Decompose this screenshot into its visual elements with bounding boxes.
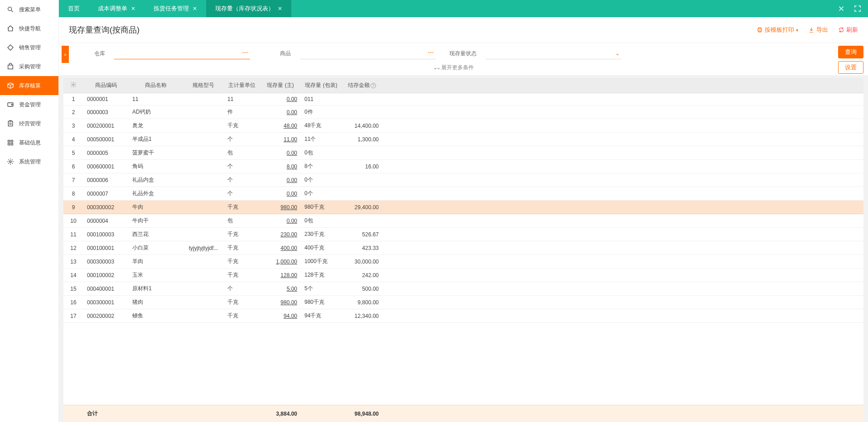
bag-icon bbox=[6, 62, 14, 71]
cell-spec bbox=[183, 214, 224, 228]
cell-amt: 500.00 bbox=[342, 282, 382, 296]
table-row[interactable]: 9000300002牛肉千克980.00980千克29,400.00 bbox=[63, 201, 863, 214]
close-icon[interactable]: ✕ bbox=[278, 5, 282, 12]
query-button[interactable]: 查询 bbox=[838, 46, 863, 58]
sidebar-item-5[interactable]: 资金管理 bbox=[0, 95, 58, 114]
cell-qty[interactable]: 980.00 bbox=[260, 296, 301, 309]
cell-qty[interactable]: 230.00 bbox=[260, 228, 301, 241]
sidebar-item-7[interactable]: 基础信息 bbox=[0, 133, 58, 152]
cell-qty[interactable]: 0.00 bbox=[260, 146, 301, 160]
header-qty[interactable]: 现存量 (主) bbox=[260, 78, 301, 93]
table-row[interactable]: 16000300001猪肉千克980.00980千克9,800.00 bbox=[63, 296, 863, 309]
tab-label: 首页 bbox=[68, 5, 80, 13]
header-unit[interactable]: 主计量单位 bbox=[224, 78, 260, 93]
print-template-action[interactable]: 按模板打印 ▾ bbox=[757, 26, 798, 34]
expand-filters-button[interactable]: ⌄⌄ 展开更多条件 bbox=[69, 61, 838, 75]
cell-qty[interactable]: 48.00 bbox=[260, 119, 301, 133]
cell-amt: 9,800.00 bbox=[342, 296, 382, 309]
product-input[interactable]: ··· bbox=[300, 48, 436, 59]
sidebar-item-1[interactable]: 快捷导航 bbox=[0, 19, 58, 38]
table-row[interactable]: 70000006礼品内盒个0.000个 bbox=[63, 173, 863, 187]
cell-qty[interactable]: 8.00 bbox=[260, 160, 301, 173]
sidebar-item-2[interactable]: 销售管理 bbox=[0, 38, 58, 57]
sidebar-item-label: 库存核算 bbox=[19, 82, 41, 90]
table-row[interactable]: 1000000111110.00011 bbox=[63, 93, 863, 106]
table-row[interactable]: 20000003AD钙奶件0.000件 bbox=[63, 106, 863, 119]
close-all-icon[interactable] bbox=[837, 5, 845, 13]
table-row[interactable]: 80000007礼品外盒个0.000个 bbox=[63, 187, 863, 201]
header-pkg[interactable]: 现存量 (包装) bbox=[301, 78, 342, 93]
header-spec[interactable]: 规格型号 bbox=[183, 78, 224, 93]
cell-code: 0000004 bbox=[83, 214, 129, 228]
cell-qty[interactable]: 5.00 bbox=[260, 282, 301, 296]
header-name[interactable]: 商品名称 bbox=[129, 78, 183, 93]
cell-qty[interactable]: 0.00 bbox=[260, 106, 301, 119]
cell-amt bbox=[342, 214, 382, 228]
chevron-down-icon[interactable]: ⌄ bbox=[615, 50, 620, 57]
product-field: 商品 ··· bbox=[264, 48, 436, 59]
sidebar-item-4[interactable]: 库存核算 bbox=[0, 76, 58, 95]
table-row[interactable]: 12000100001小白菜tyjyjtyjtyjdf...千克400.0040… bbox=[63, 241, 863, 255]
settings-button[interactable]: 设置 bbox=[838, 61, 863, 74]
cell-qty[interactable]: 0.00 bbox=[260, 93, 301, 106]
close-icon[interactable]: ✕ bbox=[193, 5, 197, 12]
cell-pkg: 48千克 bbox=[301, 119, 342, 133]
sidebar-item-3[interactable]: 采购管理 bbox=[0, 57, 58, 76]
cell-idx: 9 bbox=[63, 201, 83, 214]
sidebar-item-0[interactable]: 搜索菜单 bbox=[0, 0, 58, 19]
cell-rest bbox=[382, 309, 863, 323]
col-config[interactable] bbox=[63, 78, 83, 93]
cell-code: 0000005 bbox=[83, 146, 129, 160]
cell-qty[interactable]: 0.00 bbox=[260, 173, 301, 187]
ellipsis-icon[interactable]: ··· bbox=[242, 49, 248, 56]
tab-1[interactable]: 成本调整单✕ bbox=[89, 0, 145, 17]
fullscreen-icon[interactable] bbox=[854, 5, 862, 13]
tab-2[interactable]: 拣货任务管理✕ bbox=[145, 0, 206, 17]
sidebar-item-8[interactable]: 系统管理 bbox=[0, 152, 58, 171]
header-code[interactable]: 商品编码 bbox=[83, 78, 129, 93]
close-icon[interactable]: ✕ bbox=[131, 5, 135, 12]
warehouse-input[interactable]: ··· bbox=[114, 48, 250, 59]
tab-3[interactable]: 现存量（库存状况表）✕ bbox=[206, 0, 291, 17]
cell-name: 玉米 bbox=[129, 269, 183, 282]
ellipsis-icon[interactable]: ··· bbox=[428, 49, 434, 56]
export-action[interactable]: 导出 bbox=[808, 26, 828, 34]
table-row[interactable]: 14000100002玉米千克128.00128千克242.00 bbox=[63, 269, 863, 282]
page-title: 现存量查询(按商品) bbox=[69, 24, 140, 35]
cell-unit: 个 bbox=[224, 187, 260, 201]
table-row[interactable]: 100000004牛肉干包0.000包 bbox=[63, 214, 863, 228]
tab-0[interactable]: 首页 bbox=[59, 0, 89, 17]
header-amt[interactable]: 结存金额? bbox=[342, 78, 382, 93]
help-icon[interactable]: ? bbox=[371, 83, 376, 88]
cell-unit: 千克 bbox=[224, 309, 260, 323]
cell-qty[interactable]: 94.00 bbox=[260, 309, 301, 323]
table-row[interactable]: 6000600001角码个8.008个16.00 bbox=[63, 160, 863, 173]
table-row[interactable]: 17000200002鳗鱼千克94.0094千克12,340.00 bbox=[63, 309, 863, 323]
table-row[interactable]: 15000400001原材料1个5.005个500.00 bbox=[63, 282, 863, 296]
cell-qty[interactable]: 128.00 bbox=[260, 269, 301, 282]
cell-name: 半成品1 bbox=[129, 133, 183, 146]
cell-qty[interactable]: 0.00 bbox=[260, 214, 301, 228]
cell-qty[interactable]: 400.00 bbox=[260, 241, 301, 255]
collapse-filters-button[interactable]: » bbox=[62, 46, 69, 63]
table-row[interactable]: 11000100003西兰花千克230.00230千克526.67 bbox=[63, 228, 863, 241]
table-row[interactable]: 3000200001奥龙千克48.0048千克14,400.00 bbox=[63, 119, 863, 133]
search-icon bbox=[6, 5, 14, 14]
table-row[interactable]: 50000005菠萝蜜干包0.000包 bbox=[63, 146, 863, 160]
refresh-action[interactable]: 刷新 bbox=[838, 26, 858, 34]
cell-pkg: 230千克 bbox=[301, 228, 342, 241]
cell-spec bbox=[183, 93, 224, 106]
cell-unit: 包 bbox=[224, 146, 260, 160]
sidebar-item-label: 采购管理 bbox=[19, 63, 41, 71]
table-row[interactable]: 4000500001半成品1个11.0011个1,300.00 bbox=[63, 133, 863, 146]
status-select[interactable]: ⌄ bbox=[486, 48, 622, 59]
sidebar-item-6[interactable]: 经营管理 bbox=[0, 114, 58, 133]
cell-qty[interactable]: 11.00 bbox=[260, 133, 301, 146]
cell-qty[interactable]: 1,000.00 bbox=[260, 255, 301, 269]
table-row[interactable]: 13000300003羊肉千克1,000.001000千克30,000.00 bbox=[63, 255, 863, 269]
cell-qty[interactable]: 0.00 bbox=[260, 187, 301, 201]
cell-code: 0000001 bbox=[83, 93, 129, 106]
table-header-row: 商品编码 商品名称 规格型号 主计量单位 现存量 (主) 现存量 (包装) 结存… bbox=[63, 78, 863, 93]
cell-unit: 个 bbox=[224, 133, 260, 146]
cell-qty[interactable]: 980.00 bbox=[260, 201, 301, 214]
